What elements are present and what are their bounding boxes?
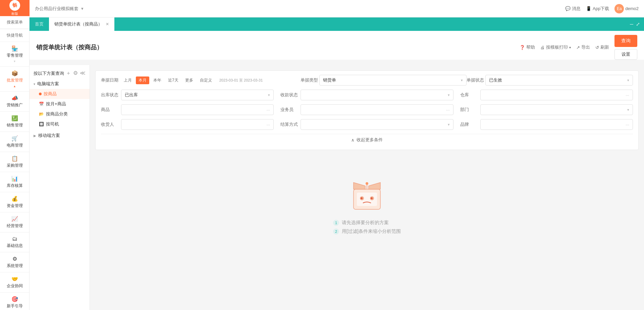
filter-item-date: 单据日期 上月 本月 本年 近7天 更多 自定义 20 [101, 76, 301, 84]
help-button[interactable]: ❓ 帮助 [520, 44, 535, 50]
tree-item-by-month-product[interactable]: 📅 按月+商品 [30, 99, 90, 109]
recipient-dots-icon: ··· [266, 122, 270, 127]
basic-icon: 🗂 [12, 236, 17, 242]
query-button[interactable]: 查询 [614, 35, 637, 47]
date-tab-more[interactable]: 更多 [182, 76, 196, 84]
sidebar-item-system[interactable]: ⚙ 系统管理 [0, 252, 29, 272]
brand-label: 品牌 [460, 121, 480, 127]
date-tabs: 上月 本月 本年 近7天 更多 自定义 [121, 76, 215, 84]
filter-item-recipient: 收货人 ··· [101, 119, 274, 130]
tab-close-icon[interactable]: ✕ [106, 22, 109, 27]
warehouse-control[interactable]: ··· [480, 90, 633, 100]
message-icon: 💬 [565, 6, 571, 11]
sidebar-item-basic[interactable]: 🗂 基础信息 [0, 232, 29, 252]
sidebar-item-finance[interactable]: 💰 资金管理 [0, 192, 29, 212]
tab-home[interactable]: 首页 [30, 17, 49, 31]
sidebar-item-sales[interactable]: 💹 销售管理 [0, 112, 29, 132]
doc-type-control[interactable]: 销货单 ▾ [319, 75, 467, 86]
print-arrow-icon: ▾ [569, 46, 571, 49]
sidebar-item-purchase[interactable]: 📋 采购管理 [0, 152, 29, 172]
breadcrumb-arrow-icon[interactable]: ▾ [81, 6, 84, 11]
tab-sales-stat[interactable]: 销货单统计表（按商品） ✕ [49, 17, 114, 31]
export-icon: ↗ [576, 45, 580, 50]
dept-chevron-icon: ▾ [627, 108, 629, 112]
query-area: 单据日期 上月 本月 本年 近7天 更多 自定义 20 [90, 65, 644, 310]
empty-state: 1 请先选择要分析的方案 2 用[过滤]条件来缩小分析范围 [95, 154, 639, 255]
template-print-button[interactable]: 🖨 按模板打印 ▾ [540, 44, 571, 50]
out-status-control[interactable]: 已出库 ▾ [121, 90, 274, 100]
top-header: 办公用品行业模拟账套 ▾ 💬 消息 📱 App下载 Ea demo2 [30, 0, 644, 17]
recipient-control[interactable]: ··· [121, 119, 274, 130]
tree-item-by-category[interactable]: 📂 按商品分类 [30, 109, 90, 119]
date-label: 单据日期 [101, 77, 121, 83]
payment-control[interactable]: ▾ [301, 119, 453, 130]
doc-status-control[interactable]: 已生效 ▾ [485, 75, 633, 86]
recipient-label: 收货人 [101, 121, 121, 127]
doc-status-chevron-icon: ▾ [627, 78, 629, 83]
query-settings-group: 查询 设置 [614, 35, 637, 60]
payment-label: 结算方式 [280, 121, 301, 127]
svg-rect-1 [357, 193, 377, 206]
window-controls: ─ ⤢ [630, 21, 644, 27]
empty-illustration [347, 174, 387, 214]
filter-item-payment: 结算方式 ▾ [280, 119, 453, 130]
tree-item-by-product[interactable]: 按商品 [30, 89, 90, 99]
quick-nav[interactable]: 快捷导航 [0, 29, 29, 42]
date-tab-custom[interactable]: 自定义 [197, 76, 215, 84]
cashier-icon: 🔲 [39, 122, 44, 126]
app-download-button[interactable]: 📱 App下载 [586, 6, 609, 12]
empty-tip-2: 2 用[过滤]条件来缩小分析范围 [333, 228, 401, 235]
receipt-status-control[interactable]: ▾ [301, 90, 453, 100]
date-tab-this-year[interactable]: 本年 [151, 76, 164, 84]
date-tab-this-month[interactable]: 本月 [136, 76, 149, 84]
dept-control[interactable]: ▾ [480, 104, 633, 115]
minimize-icon[interactable]: ─ [630, 21, 633, 27]
product-control[interactable]: ··· [121, 104, 274, 115]
sidebar-item-newbie[interactable]: 🎯 新手引导 [0, 293, 29, 310]
collapse-up-icon: ∧ [351, 138, 355, 143]
settings-button[interactable]: 设置 [614, 49, 637, 60]
collapse-tree-icon[interactable]: ≪ [80, 70, 86, 77]
tree-section-mobile-header[interactable]: ▶ 移动端方案 [30, 131, 90, 141]
tree-section-pc-header[interactable]: ▾ 电脑端方案 [30, 79, 90, 89]
filter-item-salesperson: 业务员 ··· [280, 104, 453, 115]
operation-icon: 📈 [11, 216, 18, 222]
doc-status-label: 单据状态 [467, 77, 485, 83]
sidebar-item-wholesale[interactable]: 📦 批发管理 ▴ [0, 67, 29, 92]
page-title-bar: 销货单统计表（按商品） ❓ 帮助 🖨 按模板打印 ▾ ↗ 导出 [36, 35, 637, 60]
sidebar-item-retail[interactable]: 🏪 零售管理 ▾ [0, 42, 29, 67]
salesperson-label: 业务员 [280, 107, 301, 113]
left-tree-panel: 按以下方案查询 ＋ ⚙ ≪ ▾ 电脑端方案 按商品 [30, 65, 90, 310]
date-tab-last-month[interactable]: 上月 [121, 76, 135, 84]
date-range-text: 2023-03-01 至 2023-03-31 [219, 78, 263, 83]
date-tab-7days[interactable]: 近7天 [165, 76, 181, 84]
export-button[interactable]: ↗ 导出 [576, 44, 590, 50]
salesperson-control[interactable]: ··· [301, 104, 453, 115]
brand-control[interactable]: ··· [480, 119, 633, 130]
user-profile[interactable]: Ea demo2 [614, 4, 639, 13]
filter-item-warehouse: 仓库 ··· [460, 90, 633, 100]
tree-item-by-cashier[interactable]: 🔲 按司机 [30, 119, 90, 129]
sidebar-item-ecommerce[interactable]: 🛒 电商管理 [0, 132, 29, 152]
add-scheme-icon[interactable]: ＋ [66, 70, 71, 77]
page-header-area: 销货单统计表（按商品） ❓ 帮助 🖨 按模板打印 ▾ ↗ 导出 [30, 31, 644, 60]
sidebar-item-operation[interactable]: 📈 经营管理 [0, 212, 29, 232]
settings-scheme-icon[interactable]: ⚙ [73, 70, 78, 77]
sidebar-item-inventory[interactable]: 📊 库存核算 [0, 172, 29, 192]
doc-type-chevron-icon: ▾ [461, 78, 463, 83]
sidebar-item-marketing[interactable]: 📣 营销推广 [0, 92, 29, 112]
dept-label: 部门 [460, 107, 480, 113]
warehouse-dots-icon: ··· [626, 93, 629, 98]
header-right: 💬 消息 📱 App下载 Ea demo2 [565, 4, 639, 13]
search-menu[interactable]: 搜索菜单 [0, 16, 29, 29]
collapse-bar[interactable]: ∧ 收起更多条件 [101, 134, 633, 146]
purchase-icon: 📋 [11, 155, 18, 162]
maximize-icon[interactable]: ⤢ [636, 21, 640, 27]
logo-icon: 畅 [9, 0, 20, 11]
sidebar-item-cooperation[interactable]: 🤝 企业协同 [0, 272, 29, 293]
message-button[interactable]: 💬 消息 [565, 6, 581, 12]
tree-section-pc: ▾ 电脑端方案 按商品 📅 按月+商品 📂 按商品分类 [30, 79, 90, 129]
ecommerce-icon: 🛒 [11, 135, 18, 142]
page-content: 销货单统计表（按商品） ❓ 帮助 🖨 按模板打印 ▾ ↗ 导出 [30, 31, 644, 310]
refresh-button[interactable]: ↺ 刷新 [595, 44, 609, 50]
